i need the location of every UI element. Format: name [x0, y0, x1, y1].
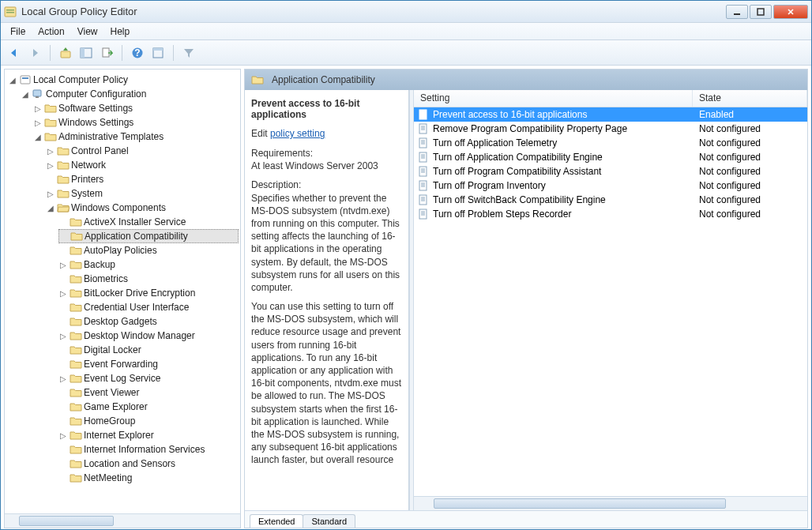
collapse-icon[interactable]: ◢: [33, 132, 43, 141]
tree-item[interactable]: AutoPlay Policies: [58, 243, 239, 257]
collapse-icon[interactable]: ◢: [8, 75, 17, 85]
toolbar-separator: [173, 45, 174, 61]
tree-item[interactable]: HomeGroup: [58, 414, 239, 428]
computer-icon: [32, 88, 44, 100]
list-horizontal-scrollbar[interactable]: [414, 496, 807, 510]
edit-policy-link[interactable]: policy setting: [270, 128, 325, 139]
tree-item[interactable]: Location and Sensors: [58, 457, 239, 471]
tree-item[interactable]: Event Forwarding: [58, 357, 239, 371]
column-setting[interactable]: Setting: [414, 90, 693, 107]
setting-row[interactable]: Turn off Problem Steps Recorder Not conf…: [414, 207, 807, 221]
tree-item[interactable]: ▷ BitLocker Drive Encryption: [58, 286, 239, 300]
tree-item[interactable]: Biometrics: [58, 272, 239, 286]
minimize-button[interactable]: [726, 5, 748, 19]
show-hide-tree-button[interactable]: [77, 44, 95, 62]
requirements-label: Requirements:: [251, 148, 313, 159]
expand-icon[interactable]: ▷: [58, 331, 68, 340]
folder-icon: [70, 245, 82, 256]
tree-item[interactable]: ▷ Backup: [58, 257, 239, 272]
folder-icon: [251, 74, 264, 85]
blank-twisty: [58, 388, 68, 397]
back-button[interactable]: [6, 44, 23, 62]
tree-item[interactable]: Credential User Interface: [58, 300, 239, 314]
setting-name: Prevent access to 16-bit applications: [433, 109, 693, 120]
policy-tree[interactable]: ◢ Local Computer Policy ◢ Computer Confi…: [5, 70, 240, 513]
tree-item[interactable]: Desktop Gadgets: [58, 314, 239, 329]
setting-row[interactable]: Turn off Program Compatibility Assistant…: [414, 164, 807, 179]
scrollbar-thumb[interactable]: [19, 516, 114, 526]
menu-view[interactable]: View: [71, 24, 104, 39]
expand-icon[interactable]: ▷: [33, 103, 43, 113]
help-button[interactable]: ?: [129, 44, 146, 62]
tree-item[interactable]: Application Compatibility: [58, 229, 239, 243]
setting-row[interactable]: Turn off Application Compatibility Engin…: [414, 150, 807, 164]
tree-control-panel[interactable]: ▷Control Panel: [46, 144, 239, 158]
setting-state: Not configured: [693, 209, 807, 220]
tree-administrative-templates[interactable]: ◢Administrative Templates: [33, 130, 239, 144]
tree-horizontal-scrollbar[interactable]: [5, 513, 240, 528]
tree-windows-components[interactable]: ◢Windows Components: [46, 201, 239, 215]
tree-item[interactable]: Event Viewer: [58, 385, 239, 400]
setting-row[interactable]: Turn off Application Telemetry Not confi…: [414, 136, 807, 150]
expand-icon[interactable]: ▷: [58, 430, 68, 440]
up-button[interactable]: [57, 44, 74, 62]
settings-list[interactable]: Prevent access to 16-bit applications En…: [414, 107, 807, 496]
title-bar: Local Group Policy Editor: [1, 1, 811, 23]
folder-icon: [70, 259, 82, 270]
expand-icon[interactable]: ▷: [46, 146, 55, 156]
setting-row[interactable]: Turn off Program Inventory Not configure…: [414, 179, 807, 193]
scrollbar-thumb[interactable]: [434, 498, 726, 509]
tree-item[interactable]: ▷ Event Log Service: [58, 371, 239, 385]
description-label: Description:: [251, 179, 301, 190]
tree-item[interactable]: Game Explorer: [58, 400, 239, 414]
svg-text:?: ?: [134, 47, 140, 58]
properties-button[interactable]: [149, 44, 167, 62]
tree-item[interactable]: NetMeeting: [58, 471, 239, 485]
folder-icon: [70, 430, 82, 441]
tree-printers[interactable]: Printers: [46, 172, 239, 186]
setting-row[interactable]: Remove Program Compatibility Property Pa…: [414, 122, 807, 136]
tree-network[interactable]: ▷Network: [46, 158, 239, 172]
policy-item-icon: [417, 108, 430, 121]
tree-item[interactable]: ActiveX Installer Service: [58, 215, 239, 229]
tab-extended[interactable]: Extended: [250, 514, 303, 528]
blank-twisty: [58, 217, 68, 227]
window-buttons: [726, 5, 808, 19]
menu-file[interactable]: File: [4, 24, 32, 39]
maximize-button[interactable]: [750, 5, 772, 19]
tab-standard[interactable]: Standard: [303, 514, 355, 528]
tree-item[interactable]: ▷ Internet Explorer: [58, 428, 239, 442]
tree-item[interactable]: Internet Information Services: [58, 442, 239, 457]
tree-software-settings[interactable]: ▷Software Settings: [33, 101, 239, 115]
filter-button[interactable]: [180, 44, 197, 62]
folder-icon: [70, 387, 82, 398]
export-button[interactable]: [98, 44, 115, 62]
folder-icon: [70, 401, 82, 412]
expand-icon[interactable]: ▷: [58, 260, 68, 269]
column-state[interactable]: State: [693, 90, 807, 107]
tree-root[interactable]: ◢ Local Computer Policy: [8, 73, 239, 87]
collapse-icon[interactable]: ◢: [21, 89, 30, 99]
expand-icon[interactable]: ▷: [46, 189, 55, 198]
svg-rect-35: [419, 167, 427, 176]
svg-rect-31: [419, 152, 427, 162]
close-button[interactable]: [773, 5, 808, 19]
tree-item[interactable]: Digital Locker: [58, 343, 239, 357]
menu-action[interactable]: Action: [32, 24, 70, 39]
tree-system[interactable]: ▷System: [46, 186, 239, 201]
menu-bar: File Action View Help: [1, 23, 811, 40]
expand-icon[interactable]: ▷: [58, 374, 68, 383]
expand-icon[interactable]: ▷: [33, 118, 43, 127]
tree-computer-configuration[interactable]: ◢ Computer Configuration: [21, 87, 239, 101]
forward-button[interactable]: [26, 44, 43, 62]
menu-help[interactable]: Help: [104, 24, 137, 39]
policy-item-icon: [417, 179, 430, 192]
tree-item[interactable]: ▷ Desktop Window Manager: [58, 329, 239, 343]
expand-icon[interactable]: ▷: [46, 160, 55, 170]
svg-rect-16: [22, 77, 28, 79]
setting-row[interactable]: Turn off SwitchBack Compatibility Engine…: [414, 193, 807, 207]
tree-windows-settings[interactable]: ▷Windows Settings: [33, 115, 239, 130]
setting-row[interactable]: Prevent access to 16-bit applications En…: [414, 107, 807, 122]
expand-icon[interactable]: ▷: [58, 288, 68, 298]
collapse-icon[interactable]: ◢: [46, 203, 55, 212]
